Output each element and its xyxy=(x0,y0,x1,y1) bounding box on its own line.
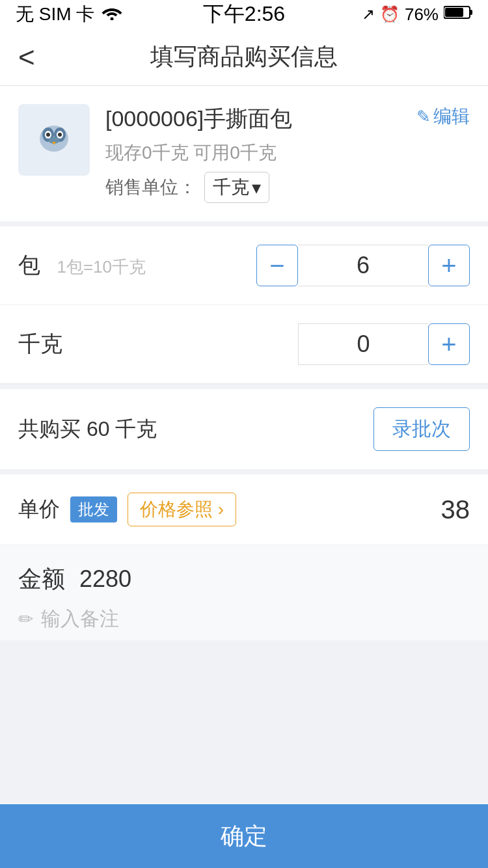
price-value: 38 xyxy=(441,495,470,524)
page-title: 填写商品购买信息 xyxy=(150,41,338,73)
product-info: [0000006]手撕面包 现存0千克 可用0千克 销售单位： 千克 ▾ xyxy=(105,104,401,203)
product-card: [0000006]手撕面包 现存0千克 可用0千克 销售单位： 千克 ▾ ✎ 编… xyxy=(0,86,488,226)
price-tag: 批发 xyxy=(70,496,117,522)
confirm-button[interactable]: 确定 xyxy=(0,804,488,868)
unit-select[interactable]: 千克 ▾ xyxy=(204,172,269,203)
battery-icon xyxy=(444,5,472,25)
amount-value: 2280 xyxy=(79,565,131,592)
qty-label-kg: 千克 xyxy=(18,329,298,359)
svg-point-9 xyxy=(46,133,50,137)
edit-icon: ✎ xyxy=(416,107,431,127)
qty-hint-bao: 1包=10千克 xyxy=(57,257,146,277)
quantity-section: 包 1包=10千克 − + 千克 + xyxy=(0,226,488,384)
summary-section: 共购买 60 千克 录批次 xyxy=(0,384,488,474)
price-label: 单价 xyxy=(18,495,60,524)
unit-label: 销售单位： xyxy=(105,175,197,200)
location-icon: ↗ xyxy=(362,5,375,23)
increment-button-kg[interactable]: + xyxy=(428,323,470,365)
product-name: [0000006]手撕面包 xyxy=(105,104,401,134)
decrement-button-bao[interactable]: − xyxy=(256,245,298,286)
product-icon xyxy=(31,114,77,167)
qty-controls-bao: − + xyxy=(256,245,470,286)
status-left: 无 SIM 卡 xyxy=(16,2,123,27)
qty-controls-kg: + xyxy=(298,323,470,365)
dropdown-icon: ▾ xyxy=(252,177,261,198)
amount-row: 金额 2280 xyxy=(18,563,470,595)
pencil-icon: ✏ xyxy=(18,608,33,630)
alarm-icon: ⏰ xyxy=(380,5,400,23)
svg-point-10 xyxy=(58,133,62,137)
batch-button[interactable]: 录批次 xyxy=(373,407,470,451)
back-button[interactable]: < xyxy=(18,41,35,74)
amount-label: 金额 xyxy=(18,565,65,592)
status-bar: 无 SIM 卡 下午2:56 ↗ ⏰ 76% xyxy=(0,0,488,29)
amount-section: 金额 2280 ✏ 输入备注 xyxy=(0,545,488,640)
qty-label-bao: 包 1包=10千克 xyxy=(18,251,256,280)
note-row[interactable]: ✏ 输入备注 xyxy=(18,606,470,632)
product-unit: 销售单位： 千克 ▾ xyxy=(105,172,401,203)
qty-input-kg[interactable] xyxy=(298,323,428,365)
product-thumbnail xyxy=(18,104,90,176)
carrier-label: 无 SIM 卡 xyxy=(16,2,94,27)
nav-bar: < 填写商品购买信息 xyxy=(0,29,488,86)
qty-input-bao[interactable] xyxy=(298,245,428,286)
svg-point-0 xyxy=(111,18,114,21)
svg-rect-2 xyxy=(470,10,472,15)
quantity-row-kg: 千克 + xyxy=(0,305,488,383)
note-placeholder: 输入备注 xyxy=(41,606,119,632)
price-ref-button[interactable]: 价格参照 › xyxy=(128,493,236,526)
wifi-icon xyxy=(101,4,123,25)
status-right: ↗ ⏰ 76% xyxy=(362,5,472,25)
product-stock: 现存0千克 可用0千克 xyxy=(105,141,401,165)
summary-text: 共购买 60 千克 xyxy=(18,415,157,444)
edit-button[interactable]: ✎ 编辑 xyxy=(416,104,470,129)
quantity-row-bao: 包 1包=10千克 − + xyxy=(0,226,488,305)
status-time: 下午2:56 xyxy=(203,0,285,29)
unit-value: 千克 xyxy=(213,175,249,200)
battery-label: 76% xyxy=(405,5,439,25)
svg-rect-3 xyxy=(445,8,463,17)
increment-button-bao[interactable]: + xyxy=(428,245,470,286)
price-section: 单价 批发 价格参照 › 38 xyxy=(0,474,488,545)
edit-label: 编辑 xyxy=(433,104,470,129)
